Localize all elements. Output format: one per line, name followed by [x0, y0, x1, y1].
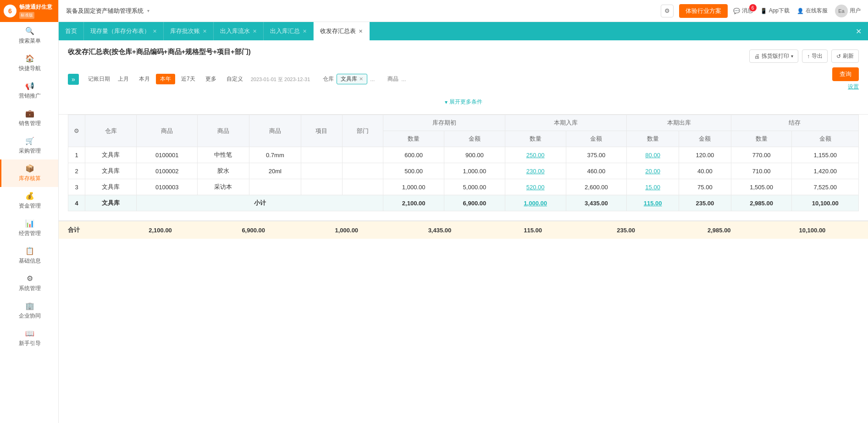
- sidebar-item-enterprise[interactable]: 🏢企业协同: [0, 297, 58, 324]
- row-bal-amt: 1,420.00: [792, 163, 859, 179]
- col-settings-icon[interactable]: ⚙: [68, 115, 85, 147]
- row-project: [301, 147, 343, 163]
- row-out-amt: 75.00: [679, 179, 731, 195]
- sidebar-item-basic[interactable]: 📋基础信息: [0, 242, 58, 269]
- sub-out-qty: 数量: [627, 131, 679, 147]
- tab-collection-summary[interactable]: 收发存汇总表✕: [314, 22, 370, 40]
- online-service-button[interactable]: 👤 在线客服: [797, 7, 828, 15]
- tab-close-icon[interactable]: ✕: [153, 28, 157, 34]
- total-bal-qty: 2,985.00: [673, 227, 766, 234]
- col-name: 商品: [198, 115, 249, 147]
- out-qty-link[interactable]: 15.00: [645, 184, 660, 191]
- sub-bal-qty: 数量: [731, 131, 792, 147]
- total-label: 合计: [68, 226, 105, 234]
- expand-more-button[interactable]: ▾ 展开更多条件: [445, 98, 482, 106]
- page-header: 收发存汇总表(按仓库+商品编码+商品+规格型号+项目+部门) 🖨 拣货版打印 ▾…: [59, 40, 868, 63]
- row-out-amt: 120.00: [679, 147, 731, 163]
- sidebar-item-quick-nav[interactable]: 🏠快捷导航: [0, 49, 58, 77]
- sidebar-item-guide[interactable]: 📖新手引导: [0, 324, 58, 352]
- date-btn-more[interactable]: 更多: [201, 74, 221, 84]
- tabbar-close-button[interactable]: ✕: [849, 27, 868, 36]
- out-qty-link[interactable]: 80.00: [645, 152, 660, 159]
- row-bal-qty: 770.00: [731, 147, 792, 163]
- row-open-amt: 900.00: [444, 147, 505, 163]
- sidebar-item-label: 资金管理: [19, 202, 41, 210]
- sidebar-item-operations[interactable]: 📊经营管理: [0, 214, 58, 242]
- in-qty-link[interactable]: 230.00: [526, 168, 545, 175]
- topbar-settings-button[interactable]: ⚙: [661, 5, 674, 17]
- row-in-qty[interactable]: 230.00: [505, 163, 566, 179]
- row-warehouse: 文具库: [85, 163, 137, 179]
- warehouse-more-button[interactable]: ...: [370, 76, 375, 82]
- row-dept: [342, 147, 383, 163]
- table-row: 1 文具库 0100001 中性笔 0.7mm 600.00 900.00 25…: [68, 147, 859, 163]
- page-title: 收发存汇总表(按仓库+商品编码+商品+规格型号+项目+部门): [68, 48, 251, 56]
- row-out-qty[interactable]: 20.00: [627, 163, 679, 179]
- print-button[interactable]: 🖨 拣货版打印 ▾: [749, 49, 798, 63]
- sidebar-item-finance[interactable]: 💰资金管理: [0, 187, 58, 214]
- row-open-amt: 5,000.00: [444, 179, 505, 195]
- app-download-button[interactable]: 📱 App下载: [760, 7, 790, 15]
- tab-close-icon[interactable]: ✕: [253, 28, 257, 34]
- row-in-qty[interactable]: 520.00: [505, 179, 566, 195]
- total-open-amt: 6,900.00: [207, 227, 300, 234]
- out-qty-link[interactable]: 20.00: [645, 168, 660, 175]
- row-no: 3: [68, 179, 85, 195]
- user-button[interactable]: Ea 用户: [835, 5, 861, 17]
- tab-inout-summary[interactable]: 出入库汇总✕: [264, 22, 314, 40]
- tab-batch[interactable]: 库存批次账✕: [164, 22, 214, 40]
- col-outbound: 本期出库: [627, 115, 731, 131]
- sidebar-item-system[interactable]: ⚙系统管理: [0, 269, 58, 297]
- tab-home[interactable]: 首页: [59, 22, 84, 40]
- in-qty-link[interactable]: 520.00: [526, 184, 545, 191]
- warehouse-tag[interactable]: 文具库 ✕: [337, 74, 367, 84]
- export-button[interactable]: ↑ 导出: [802, 49, 828, 63]
- total-out-qty: 115.00: [487, 227, 580, 234]
- sidebar-item-label: 库存核算: [19, 175, 41, 182]
- product-more-button[interactable]: ...: [401, 76, 406, 82]
- filter-toggle-button[interactable]: »: [68, 74, 79, 85]
- sidebar-item-sales[interactable]: 💼销售管理: [0, 104, 58, 132]
- guide-icon: 📖: [25, 329, 34, 338]
- message-icon: 💬: [733, 8, 740, 14]
- row-out-qty[interactable]: 15.00: [627, 179, 679, 195]
- col-code: 商品: [137, 115, 198, 147]
- date-btn-custom[interactable]: 自定义: [222, 74, 247, 84]
- total-in-qty: 1,000.00: [300, 227, 393, 234]
- settings-link[interactable]: 设置: [848, 83, 859, 91]
- query-button[interactable]: 查询: [832, 67, 859, 81]
- message-button[interactable]: 💬 消息 6: [733, 7, 753, 15]
- sidebar-item-inventory[interactable]: 📦库存核算: [0, 159, 58, 187]
- sidebar-item-search[interactable]: 🔍搜索菜单: [0, 22, 58, 49]
- in-qty-link[interactable]: 250.00: [526, 152, 545, 159]
- sidebar-item-label: 营销推广: [19, 92, 41, 100]
- date-btn-last-month[interactable]: 上月: [114, 74, 133, 84]
- row-out-qty[interactable]: 80.00: [627, 147, 679, 163]
- tab-close-icon[interactable]: ✕: [359, 28, 363, 34]
- date-btn-this-year[interactable]: 本年: [156, 74, 175, 84]
- tab-inout-flow[interactable]: 出入库流水✕: [214, 22, 264, 40]
- sub-in-amt: 金额: [566, 131, 627, 147]
- sub-warehouse: 文具库: [85, 195, 137, 211]
- row-code: 0100003: [137, 179, 198, 195]
- date-btn-7days[interactable]: 近7天: [177, 74, 199, 84]
- tab-label: 出入库汇总: [270, 27, 300, 35]
- warehouse-tag-close-icon[interactable]: ✕: [359, 76, 363, 82]
- sidebar-item-purchase[interactable]: 🛒采购管理: [0, 132, 58, 159]
- row-bal-qty: 1,505.00: [731, 179, 792, 195]
- row-in-amt: 375.00: [566, 147, 627, 163]
- tab-close-icon[interactable]: ✕: [303, 28, 307, 34]
- refresh-button[interactable]: ↺ 刷新: [831, 49, 859, 63]
- sidebar-item-marketing[interactable]: 📢营销推广: [0, 77, 58, 104]
- tab-close-icon[interactable]: ✕: [203, 28, 207, 34]
- sub-out-qty-link[interactable]: 115.00: [644, 200, 662, 207]
- sidebar-item-label: 销售管理: [19, 120, 41, 127]
- row-in-qty[interactable]: 250.00: [505, 147, 566, 163]
- row-spec: 20ml: [249, 163, 301, 179]
- date-btn-this-month[interactable]: 本月: [135, 74, 154, 84]
- tab-inventory-dist[interactable]: 现存量（库存分布表）✕: [84, 22, 164, 40]
- trial-button[interactable]: 体验行业方案: [679, 4, 728, 18]
- enterprise-icon: 🏢: [25, 302, 34, 310]
- sub-in-qty-link[interactable]: 1,000.00: [524, 200, 547, 207]
- topbar: 装备及固定资产辅助管理系统 ▾ ⚙ 体验行业方案 💬 消息 6 📱 App下载 …: [59, 0, 868, 22]
